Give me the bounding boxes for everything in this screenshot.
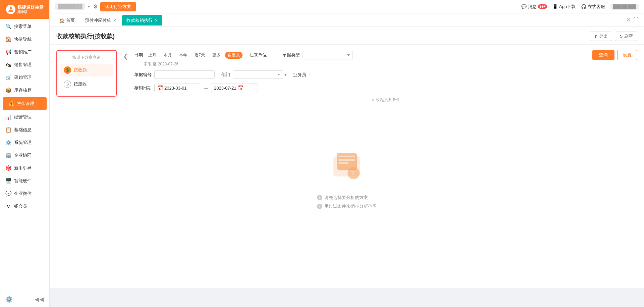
sidebar-item-purchase[interactable]: 🛒 采购管理 bbox=[0, 71, 49, 84]
online-service-btn[interactable]: 🎧 在线客服 bbox=[581, 4, 605, 10]
tab-close-all-icon[interactable]: ✕ bbox=[626, 17, 631, 23]
filter-option-by-receipt[interactable]: 💲 按收款 bbox=[60, 64, 113, 76]
page-header: 收款核销执行(按收款) ⬆ 导出 ↻ 刷新 bbox=[50, 27, 644, 45]
collapse-up-icon: ⬆ bbox=[371, 98, 375, 102]
date-this-month-btn[interactable]: 本月 bbox=[161, 52, 174, 59]
sidebar-label: 搜索菜单 bbox=[14, 23, 32, 30]
refresh-icon: ↻ bbox=[619, 34, 623, 39]
sidebar-item-vip[interactable]: V 畅会员 bbox=[0, 200, 49, 213]
app-logo: 畅捷通好生意 标准版 bbox=[0, 0, 49, 19]
calendar-end-icon: 📅 bbox=[238, 85, 244, 91]
empty-tip-2: 用过滤条件来缩小分析范围 bbox=[324, 202, 377, 211]
refresh-btn[interactable]: ↻ 刷新 bbox=[615, 32, 637, 41]
filter-box: 按以下方案查询 💲 按收款 ⏱ 按应收 bbox=[56, 50, 117, 97]
settings-topbar-icon[interactable]: ⚙ bbox=[93, 3, 98, 10]
dept-select[interactable] bbox=[233, 70, 283, 79]
filter-row-3: 核销日期 📅 2023-03-01 — 2023-07-21 📅 bbox=[134, 84, 637, 92]
writeoff-date-end-picker[interactable]: 2023-07-21 📅 bbox=[211, 84, 258, 92]
filter-doctype-field: 单据类型 bbox=[282, 51, 353, 59]
page-wrapper: 收款核销执行(按收款) ⬆ 导出 ↻ 刷新 按以下方 bbox=[50, 27, 644, 307]
calendar-start-icon: 📅 bbox=[157, 85, 163, 91]
sidebar-label: 系统管理 bbox=[14, 140, 32, 146]
sidebar-item-basic-info[interactable]: 📋 基础信息 bbox=[0, 123, 49, 136]
date-this-year-btn[interactable]: 本年 bbox=[176, 52, 190, 59]
finance-icon: 💰 bbox=[8, 101, 14, 107]
filter-row-2: 单据编号 部门 ▾ bbox=[134, 70, 637, 79]
date-more-btn[interactable]: 更多 bbox=[210, 52, 223, 59]
filter-option-by-receivable[interactable]: ⏱ 按应收 bbox=[60, 78, 113, 91]
sidebar-collapse-icon[interactable]: ◀◀ bbox=[35, 296, 44, 303]
export-icon: ⬆ bbox=[594, 34, 598, 39]
collapse-more-label: 收起更多条件 bbox=[376, 97, 400, 103]
page-container: 收款核销执行(按收款) ⬆ 导出 ↻ 刷新 按以下方 bbox=[50, 27, 644, 288]
marketing-icon: 📢 bbox=[5, 49, 11, 55]
date-custom-badge[interactable]: 自定义 bbox=[225, 52, 243, 59]
inventory-icon: 📦 bbox=[5, 87, 11, 93]
filter-row-1: 日期 上月 本月 本年 近7天 更多 自定义 往来单位 bbox=[134, 50, 637, 60]
date-7days-btn[interactable]: 近7天 bbox=[192, 52, 208, 59]
export-btn[interactable]: ⬆ 导出 bbox=[590, 32, 612, 41]
receipt-icon: 💲 bbox=[64, 66, 71, 74]
app-download-btn[interactable]: 📱 App下载 bbox=[552, 4, 576, 10]
search-title: ████████ bbox=[55, 3, 85, 10]
receivable-icon: ⏱ bbox=[64, 81, 71, 88]
filter-date-field: 日期 上月 本月 本年 近7天 更多 自定义 bbox=[134, 52, 243, 59]
sidebar-item-search-menu[interactable]: 🔍 搜索菜单 bbox=[0, 20, 49, 33]
page-title: 收款核销执行(按收款) bbox=[56, 32, 115, 40]
service-icon: 🎧 bbox=[581, 4, 586, 9]
empty-tips: 1 请先选择要分析的方案 2 用过滤条件来缩小分析范围 bbox=[317, 193, 377, 211]
message-btn[interactable]: 💬 消息 99+ bbox=[521, 4, 547, 10]
filter-box-title: 按以下方案查询 bbox=[60, 55, 113, 60]
sidebar-label: 畅会员 bbox=[14, 203, 27, 209]
docno-input[interactable] bbox=[154, 70, 215, 79]
setting-btn[interactable]: 设置 bbox=[617, 50, 637, 60]
writeoff-date-label: 核销日期 bbox=[134, 85, 152, 91]
sidebar-label: 经营管理 bbox=[14, 114, 32, 120]
tab-fullscreen-icon[interactable]: ⛶ bbox=[633, 17, 639, 23]
content-area: ? 1 请先选择要分析的方案 2 用过滤条件来缩小分析范围 bbox=[50, 108, 644, 242]
sidebar-label: 采购管理 bbox=[14, 74, 32, 81]
sidebar-item-sales[interactable]: 🛍 销售管理 bbox=[0, 58, 49, 71]
online-service-label: 在线客服 bbox=[588, 4, 605, 10]
empty-tip-1: 请先选择要分析的方案 bbox=[324, 193, 368, 202]
sidebar-item-finance[interactable]: 💰 资金管理 bbox=[3, 97, 47, 110]
dropdown-arrow-icon[interactable]: ▾ bbox=[88, 4, 90, 9]
tab-writeoff-close-icon[interactable]: ✕ bbox=[155, 18, 158, 23]
staff-label: 业务员 bbox=[293, 72, 306, 78]
sidebar-item-guide[interactable]: 🎯 新手引导 bbox=[0, 162, 49, 174]
doctype-select[interactable] bbox=[303, 51, 353, 59]
sidebar-item-operations[interactable]: 📊 经营管理 bbox=[0, 111, 49, 123]
tab-writeoff[interactable]: 收款核销执行 ✕ bbox=[122, 15, 162, 25]
svg-rect-3 bbox=[338, 156, 355, 157]
collapse-panel-arrow[interactable]: ❮ bbox=[122, 53, 129, 60]
sidebar-item-marketing[interactable]: 📢 营销推广 bbox=[0, 46, 49, 58]
svg-rect-5 bbox=[338, 162, 348, 164]
settings-gear-icon[interactable]: ⚙️ bbox=[5, 296, 13, 303]
sidebar-item-wechat[interactable]: 💬 企业微信 bbox=[0, 187, 49, 200]
sidebar-item-quick-nav[interactable]: 🏠 快捷导航 bbox=[0, 33, 49, 46]
writeoff-date-start-picker[interactable]: 📅 2023-03-01 bbox=[154, 84, 201, 92]
search-icon: 🔍 bbox=[5, 23, 11, 30]
filter-option1-label: 按收款 bbox=[74, 67, 87, 73]
sidebar-label: 新手引导 bbox=[14, 165, 32, 171]
sidebar-label: 资金管理 bbox=[17, 101, 34, 107]
sidebar-item-inventory[interactable]: 📦 库存核算 bbox=[0, 84, 49, 97]
sidebar-bottom: ⚙️ ◀◀ bbox=[0, 291, 49, 307]
sidebar-item-enterprise[interactable]: 🏢 企业协同 bbox=[0, 149, 49, 162]
collapse-more-btn[interactable]: ⬆ 收起更多条件 bbox=[134, 97, 637, 103]
hardware-icon: 🖥️ bbox=[5, 178, 11, 184]
message-icon: 💬 bbox=[521, 4, 527, 9]
tab-prepay-close-icon[interactable]: ✕ bbox=[113, 18, 116, 23]
sidebar-item-hardware[interactable]: 🖥️ 智能硬件 bbox=[0, 174, 49, 187]
sidebar-label: 快捷导航 bbox=[14, 36, 32, 42]
app-version: 标准版 bbox=[17, 10, 44, 14]
search-btn[interactable]: 查询 bbox=[592, 50, 614, 60]
sidebar-nav: 🔍 搜索菜单 🏠 快捷导航 📢 营销推广 🛍 销售管理 🛒 采购管理 📦 库存核… bbox=[0, 19, 49, 291]
date-shortcut-group: 上月 本月 本年 近7天 更多 自定义 bbox=[146, 52, 243, 59]
sidebar-item-system[interactable]: ⚙️ 系统管理 bbox=[0, 136, 49, 149]
tab-prepay[interactable]: 预付冲应付单 ✕ bbox=[80, 15, 121, 25]
industry-btn[interactable]: 休闲行业方案 bbox=[100, 2, 136, 11]
date-last-month-btn[interactable]: 上月 bbox=[146, 52, 159, 59]
date-separator: — bbox=[204, 86, 208, 91]
tab-home[interactable]: 🏠 首页 bbox=[55, 15, 79, 25]
